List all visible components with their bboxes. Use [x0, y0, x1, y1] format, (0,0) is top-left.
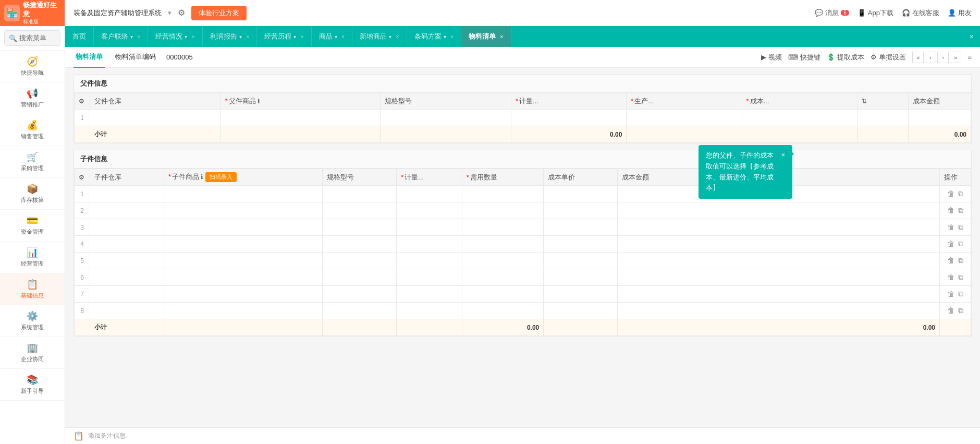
child-row-1-qty-unit[interactable]: [397, 186, 462, 202]
tab-history[interactable]: 经营历程 ▾ ×: [257, 26, 311, 47]
child-row-3-goods[interactable]: [164, 219, 323, 236]
close-all-tabs-button[interactable]: ×: [963, 32, 980, 41]
tab-customer-close[interactable]: ×: [137, 33, 140, 40]
sidebar-item-marketing[interactable]: 📢 营销推广: [0, 82, 65, 114]
delete-icon[interactable]: 🗑: [947, 239, 954, 248]
child-row-8-needed-qty[interactable]: [462, 303, 544, 319]
tab-goods[interactable]: 商品 ▾ ×: [312, 26, 352, 47]
child-row-3-warehouse[interactable]: [90, 219, 164, 236]
tab-barcode[interactable]: 条码方案 ▾ ×: [407, 26, 461, 47]
child-row-2-unit-cost[interactable]: [544, 202, 618, 219]
child-row-3-needed-qty[interactable]: [462, 219, 544, 236]
nav-prev-first-button[interactable]: «: [912, 52, 924, 63]
delete-icon[interactable]: 🗑: [947, 189, 954, 198]
child-row-5-warehouse[interactable]: [90, 253, 164, 269]
copy-icon[interactable]: ⧉: [958, 306, 963, 315]
parent-col-settings[interactable]: ⚙: [75, 93, 90, 110]
child-row-7-qty-unit[interactable]: [397, 286, 462, 303]
delete-icon[interactable]: 🗑: [947, 206, 954, 214]
child-row-1-spec[interactable]: [323, 186, 397, 202]
tab-barcode-close[interactable]: ×: [450, 33, 454, 40]
child-row-1-warehouse[interactable]: [90, 186, 164, 202]
sidebar-item-enterprise[interactable]: 🏢 企业协同: [0, 337, 65, 369]
child-row-2-warehouse[interactable]: [90, 202, 164, 219]
nav-prev-button[interactable]: ‹: [925, 52, 936, 63]
child-row-5-spec[interactable]: [323, 253, 397, 269]
parent-row-1-goods[interactable]: [220, 110, 381, 126]
bom-list-tab[interactable]: 物料清单: [74, 47, 105, 68]
message-button[interactable]: 💬 消息 6: [815, 8, 849, 18]
child-row-6-spec[interactable]: [323, 269, 397, 286]
child-row-6-warehouse[interactable]: [90, 269, 164, 286]
online-service-button[interactable]: 🎧 在线客服: [902, 8, 939, 18]
document-settings-button[interactable]: ⚙ 单据设置: [871, 53, 906, 62]
copy-icon[interactable]: ⧉: [958, 223, 963, 231]
gear-icon[interactable]: ⚙: [178, 8, 185, 18]
child-row-8-goods[interactable]: [164, 303, 323, 319]
child-row-8-spec[interactable]: [323, 303, 397, 319]
sidebar-item-inventory[interactable]: 📦 库存核算: [0, 178, 65, 210]
child-row-8-unit-cost[interactable]: [544, 303, 618, 319]
child-row-2-goods[interactable]: [164, 202, 323, 219]
delete-icon[interactable]: 🗑: [947, 306, 954, 315]
sidebar-item-basic-info[interactable]: 📋 基础信息: [0, 273, 65, 305]
parent-row-1-qty[interactable]: [511, 110, 627, 126]
delete-icon[interactable]: 🗑: [947, 290, 954, 298]
child-row-7-spec[interactable]: [323, 286, 397, 303]
tab-bom-close[interactable]: ×: [500, 33, 503, 40]
parent-row-1-prod[interactable]: [627, 110, 742, 126]
child-row-6-qty-unit[interactable]: [397, 269, 462, 286]
child-row-6-unit-cost[interactable]: [544, 269, 618, 286]
child-row-7-unit-cost[interactable]: [544, 286, 618, 303]
child-row-3-spec[interactable]: [323, 219, 397, 236]
child-row-7-goods[interactable]: [164, 286, 323, 303]
add-notes-text[interactable]: 添加备注信息: [88, 431, 126, 440]
copy-icon[interactable]: ⧉: [958, 189, 963, 198]
delete-icon[interactable]: 🗑: [947, 223, 954, 231]
tab-operations-close[interactable]: ×: [191, 33, 194, 40]
copy-icon[interactable]: ⧉: [958, 290, 963, 298]
child-row-2-spec[interactable]: [323, 202, 397, 219]
sidebar-item-finance[interactable]: 💳 资金管理: [0, 210, 65, 242]
tab-profit[interactable]: 利润报告 ▾ ×: [203, 26, 257, 47]
child-col-settings[interactable]: ⚙: [75, 169, 90, 186]
sidebar-item-quick-nav[interactable]: 🧭 快捷导航: [0, 51, 65, 82]
trial-button[interactable]: 体验行业方案: [191, 6, 247, 20]
child-row-6-needed-qty[interactable]: [462, 269, 544, 286]
child-row-4-goods[interactable]: [164, 236, 323, 253]
child-row-4-qty-unit[interactable]: [397, 236, 462, 253]
copy-icon[interactable]: ⧉: [958, 206, 963, 214]
tab-new-goods[interactable]: 新增商品 ▾ ×: [352, 26, 407, 47]
child-row-3-qty-unit[interactable]: [397, 219, 462, 236]
parent-row-1-spec[interactable]: [381, 110, 511, 126]
user-avatar-button[interactable]: 👤 用友: [948, 8, 972, 18]
sidebar-item-guide[interactable]: 📚 新手引导: [0, 369, 65, 401]
sidebar-item-sales[interactable]: 💰 销售管理: [0, 114, 65, 146]
tab-home[interactable]: 首页: [65, 26, 94, 47]
copy-icon[interactable]: ⧉: [958, 273, 963, 281]
tab-profit-close[interactable]: ×: [246, 33, 249, 40]
child-row-5-goods[interactable]: [164, 253, 323, 269]
sidebar-item-system[interactable]: ⚙️ 系统管理: [0, 305, 65, 337]
scan-input-button[interactable]: 扫码录入: [205, 172, 237, 182]
child-row-7-warehouse[interactable]: [90, 286, 164, 303]
child-row-1-goods[interactable]: [164, 186, 323, 202]
child-row-3-unit-cost[interactable]: [544, 219, 618, 236]
child-row-1-unit-cost[interactable]: [544, 186, 618, 202]
child-row-7-needed-qty[interactable]: [462, 286, 544, 303]
sidebar-item-purchase[interactable]: 🛒 采购管理: [0, 146, 65, 178]
delete-icon[interactable]: 🗑: [947, 273, 954, 281]
child-row-2-needed-qty[interactable]: [462, 202, 544, 219]
child-row-5-needed-qty[interactable]: [462, 253, 544, 269]
search-menu-button[interactable]: 🔍 搜索菜单: [4, 30, 60, 46]
child-row-2-qty-unit[interactable]: [397, 202, 462, 219]
nav-next-button[interactable]: ›: [937, 52, 949, 63]
copy-icon[interactable]: ⧉: [958, 239, 963, 248]
bom-code-tab[interactable]: 物料清单编码: [113, 47, 158, 68]
tab-history-close[interactable]: ×: [300, 33, 303, 40]
copy-icon[interactable]: ⧉: [958, 256, 963, 265]
extract-cost-button[interactable]: 💲 提取成本: [827, 53, 864, 62]
tab-bom[interactable]: 物料清单 ×: [461, 26, 511, 47]
child-row-4-unit-cost[interactable]: [544, 236, 618, 253]
child-row-5-qty-unit[interactable]: [397, 253, 462, 269]
